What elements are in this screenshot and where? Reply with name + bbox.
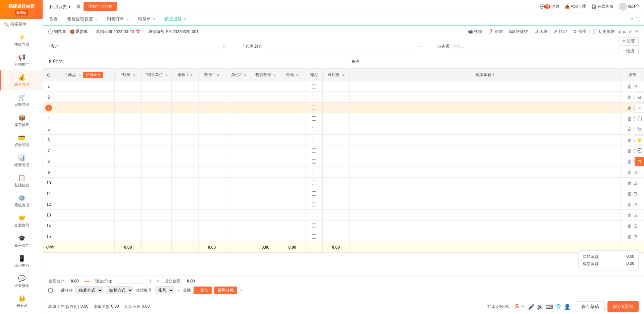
history-link[interactable]: 📄 历史单据 <box>593 29 615 35</box>
unit-price-info-icon[interactable]: ℹ <box>187 73 188 77</box>
sidebar-item-operation[interactable]: 📊 经营管理 <box>0 151 43 171</box>
calendar-icon[interactable]: 📅 <box>135 29 140 34</box>
copy-icon-13[interactable]: ⊡ <box>633 212 637 218</box>
calc-method-select2[interactable]: 结算方式 <box>106 286 133 294</box>
tab-sales-return[interactable]: 销货退货 × <box>160 13 191 25</box>
help-link[interactable]: ❓ 帮助 <box>488 29 502 35</box>
experience-button[interactable]: 体验行业方案 <box>84 2 117 11</box>
video-link[interactable]: 📹 视频 <box>468 29 482 35</box>
row-product-cell-9[interactable] <box>54 167 115 178</box>
sidebar-item-basic[interactable]: 📋 基础信息 <box>0 171 43 191</box>
sidebar-item-search[interactable]: 🔍 搜索菜单 <box>0 19 43 30</box>
row-product-cell-8[interactable] <box>54 156 115 167</box>
gift-checkbox-4[interactable] <box>312 116 316 121</box>
sidebar-item-sales[interactable]: 💰 销售管理 <box>0 70 43 90</box>
row-product-cell-10[interactable] <box>54 178 115 188</box>
gift-checkbox-1[interactable] <box>312 84 316 88</box>
gift-checkbox-10[interactable] <box>312 181 316 185</box>
sort-avail-icon[interactable]: ⇅ <box>341 73 344 77</box>
module-select[interactable]: 日用百货 ▾ <box>47 2 73 11</box>
sidebar-item-app[interactable]: 📱 应用中心 <box>0 251 43 271</box>
row-product-cell-11[interactable] <box>54 188 115 199</box>
scan-button[interactable]: 扫码录入 <box>83 72 103 78</box>
copy-icon-12[interactable]: ⊡ <box>633 202 637 207</box>
sort-qty-icon[interactable]: ⇅ <box>132 73 135 77</box>
online-service-link[interactable]: 🎧 在线客服 <box>591 4 613 9</box>
person-icon[interactable]: 👤 <box>564 304 571 310</box>
maximize-icon[interactable]: ⛶ <box>636 17 640 21</box>
address-input[interactable] <box>66 58 328 65</box>
tab-close-sales-delivery[interactable]: × <box>153 17 155 21</box>
tab-close-sales-return[interactable]: × <box>184 17 186 21</box>
logistics-button[interactable]: + 物流 <box>619 47 639 55</box>
row-product-cell-13[interactable] <box>54 210 115 221</box>
delete-icon-6[interactable]: 🗑 <box>627 137 632 143</box>
tab-price-settings[interactable]: 售价提取设置 × <box>62 13 102 25</box>
message-link[interactable]: 💬 70 消息 <box>540 4 559 9</box>
delete-icon-13[interactable]: 🗑 <box>627 212 632 218</box>
float-btn-4[interactable]: 📎 <box>635 125 644 134</box>
row-product-cell-7[interactable] <box>54 145 115 156</box>
shirt-icon[interactable]: 👕 <box>555 304 562 310</box>
float-btn-5[interactable]: ⭐ <box>635 135 644 145</box>
grid-view-icon[interactable]: ⊞ <box>629 29 632 34</box>
settings-action-button[interactable]: ⚙ 设置 <box>619 37 639 46</box>
sidebar-item-wechat[interactable]: 💬 企业微信 <box>0 271 43 292</box>
sidebar-item-purchase[interactable]: 🛒 采购管理 <box>0 90 43 111</box>
tab-home[interactable]: 首页 <box>44 13 62 25</box>
user-profile-link[interactable]: 徐泽华 <box>619 3 640 11</box>
delete-icon-15[interactable]: 🗑 <box>627 234 632 239</box>
discount-info-icon[interactable]: ℹ <box>150 279 151 284</box>
gift-checkbox-12[interactable] <box>312 202 316 206</box>
add-payment-button[interactable]: + 添加 <box>194 287 212 294</box>
save-new-button[interactable]: 保存&新增 <box>607 301 639 312</box>
copy-icon-14[interactable]: ⊡ <box>633 223 637 229</box>
sidebar-item-finance[interactable]: 💳 资金管理 <box>0 131 43 151</box>
app-download-link[interactable]: 📥 App下载 <box>565 4 586 9</box>
gift-checkbox-13[interactable] <box>312 213 316 217</box>
delete-icon-1[interactable]: 🗑 <box>627 84 632 89</box>
customer-input[interactable] <box>61 43 220 50</box>
address-picker[interactable]: ··· <box>331 59 335 64</box>
row-product-cell-1[interactable] <box>54 81 115 92</box>
save-draft-button[interactable]: 保存草稿 <box>576 301 605 312</box>
delete-icon-14[interactable]: 🗑 <box>627 223 632 229</box>
float-btn-7[interactable]: ⊡ <box>635 157 644 166</box>
row-product-cell-5[interactable] <box>54 124 115 135</box>
row-product-cell-14[interactable] <box>54 221 115 231</box>
help-question-button[interactable]: ? <box>240 288 242 293</box>
sidebar-item-guide[interactable]: 🎓 新手引导 <box>0 231 43 251</box>
account-select[interactable]: 账号 <box>155 286 174 294</box>
print-link[interactable]: 🖨 打印 <box>554 29 567 35</box>
delete-icon-11[interactable]: 🗑 <box>627 191 632 196</box>
discount-input[interactable] <box>117 279 144 284</box>
tab-sales-order[interactable]: 销售订单 × <box>102 13 133 25</box>
salesperson-input[interactable] <box>451 43 616 50</box>
gift-checkbox-8[interactable] <box>312 159 316 164</box>
mic-icon[interactable]: 🎤 <box>528 304 535 310</box>
row-product-cell-2[interactable] <box>54 92 115 103</box>
speech-icon[interactable]: 🔊 <box>537 304 543 310</box>
tab-close-sales-order[interactable]: × <box>126 17 128 21</box>
sort-unit-icon[interactable]: ⇅ <box>165 73 168 77</box>
remark-input[interactable] <box>362 58 639 65</box>
radio-sales-return[interactable]: 退货单 <box>70 29 88 35</box>
gift-checkbox-2[interactable] <box>312 95 316 99</box>
radio-sales-delivery[interactable]: 销货单 <box>48 29 66 35</box>
cost-price-info-icon[interactable]: ℹ <box>493 73 494 77</box>
calc-method-select[interactable]: 结算方式 <box>75 286 103 294</box>
float-btn-1[interactable]: ⊟ <box>635 92 644 102</box>
row-product-cell-4[interactable] <box>54 113 115 124</box>
delete-icon-7[interactable]: 🗑 <box>627 148 632 153</box>
sidebar-item-inventory[interactable]: 📦 库存核算 <box>0 111 43 131</box>
sort-qty2-icon[interactable]: ⇅ <box>217 73 219 77</box>
th-gear[interactable]: ⚙ <box>43 69 54 81</box>
next-doc-icon[interactable]: ▶ <box>623 29 626 34</box>
row-product-cell-15[interactable] <box>54 231 115 242</box>
keyboard-icon[interactable]: ⌨ <box>545 304 553 310</box>
copy-icon-11[interactable]: ⊡ <box>633 191 637 196</box>
radio-sales-return-input[interactable] <box>70 29 74 34</box>
close-window-icon[interactable]: ✕ <box>631 17 634 21</box>
delete-icon-5[interactable]: 🗑 <box>627 127 632 132</box>
row-product-cell-12[interactable] <box>54 199 115 210</box>
